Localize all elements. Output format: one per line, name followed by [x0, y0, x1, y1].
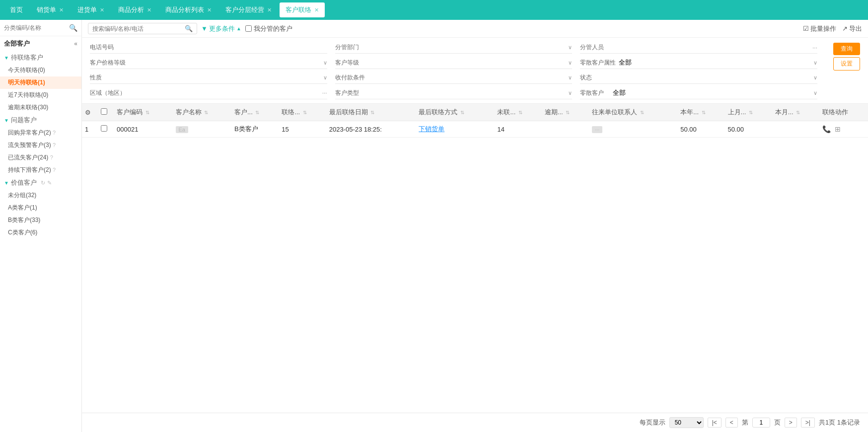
- th-this-year[interactable]: 本年... ⇅: [677, 104, 724, 121]
- sort-icon: ⇅: [370, 110, 374, 115]
- chevron-down-icon: ∨: [568, 74, 572, 81]
- customer-type-dropdown[interactable]: ∨: [368, 90, 573, 96]
- page-input[interactable]: [752, 418, 770, 428]
- sidebar-item-declining[interactable]: 持续下滑客户(2) ?: [0, 164, 81, 176]
- th-last-month[interactable]: 上月... ⇅: [725, 104, 772, 121]
- th-this-month[interactable]: 本月... ⇅: [772, 104, 819, 121]
- next-page-btn[interactable]: >: [785, 418, 797, 428]
- select-all-checkbox[interactable]: [101, 108, 107, 115]
- sidebar-item-a-class[interactable]: A类客户(1): [0, 202, 81, 214]
- sidebar-item-c-class[interactable]: C类客户(6): [0, 226, 81, 239]
- sidebar-item-churned[interactable]: 已流失客户(24) ?: [0, 151, 81, 164]
- phone-filter-input[interactable]: [123, 44, 327, 51]
- status-dropdown[interactable]: ∨: [613, 74, 817, 81]
- nav-purchase-order[interactable]: 进货单 ✕: [72, 2, 110, 17]
- chevron-down-icon: ∨: [813, 60, 817, 66]
- nav-product-analysis-list[interactable]: 商品分析列表 ✕: [159, 2, 217, 17]
- contact-method-link[interactable]: 下销货单: [419, 125, 444, 133]
- settings-icon[interactable]: ⚙: [85, 109, 91, 116]
- sidebar-item-churn-warning[interactable]: 流失预警客户(3) ?: [0, 139, 81, 151]
- filter-customer-grade: 客户等级 ∨: [335, 57, 573, 69]
- nav-home[interactable]: 首页: [4, 2, 29, 17]
- sort-icon: ⇅: [518, 110, 522, 115]
- nature-dropdown[interactable]: ∨: [123, 74, 327, 81]
- sidebar-all-customers[interactable]: 全部客户 «: [0, 36, 81, 51]
- sidebar-item-b-class[interactable]: B类客户(33): [0, 214, 81, 226]
- more-icon[interactable]: ···: [812, 44, 817, 51]
- sidebar-item-7days-pending[interactable]: 近7天待联络(0): [0, 89, 81, 101]
- th-overdue[interactable]: 逾期... ⇅: [542, 104, 589, 121]
- my-customers-checkbox-wrap[interactable]: 我分管的客户: [245, 24, 292, 33]
- th-contact-count[interactable]: 联络... ⇅: [279, 104, 326, 121]
- th-settings[interactable]: ⚙: [82, 104, 98, 121]
- batch-ops-btn[interactable]: ☑ 批量操作: [803, 24, 836, 33]
- page-label: 第: [742, 418, 748, 427]
- filter-status: 状态 ∨: [580, 72, 817, 84]
- customer-grade-dropdown[interactable]: ∨: [368, 60, 573, 66]
- search-icon[interactable]: 🔍: [185, 25, 193, 32]
- search-input-wrap: 🔍: [88, 23, 197, 34]
- sidebar-group-problem[interactable]: ▼ 问题客户: [0, 114, 81, 127]
- sort-icon: ⇅: [566, 110, 570, 115]
- filter-row-3: 性质 ∨ 收付款条件 ∨: [90, 72, 817, 84]
- sidebar-item-ungrouped[interactable]: 未分组(32): [0, 189, 81, 202]
- row-checkbox[interactable]: [101, 125, 107, 132]
- td-this-year: 50.00: [677, 121, 724, 138]
- close-icon[interactable]: ✕: [147, 7, 151, 13]
- close-icon[interactable]: ✕: [207, 7, 212, 13]
- nav-sales-order[interactable]: 销货单 ✕: [31, 2, 70, 17]
- filter-customer-type: 客户类型 ∨: [335, 87, 573, 99]
- th-contact-person[interactable]: 往来单位联系人 ⇅: [589, 104, 677, 121]
- search-input[interactable]: [92, 25, 183, 32]
- more-icon[interactable]: ···: [322, 89, 327, 96]
- nav-product-analysis[interactable]: 商品分析 ✕: [112, 2, 157, 17]
- retail-attr-dropdown[interactable]: 全部 ∨: [619, 58, 817, 67]
- th-checkbox[interactable]: [98, 104, 114, 121]
- sidebar-item-overdue-contact[interactable]: 逾期未联络(30): [0, 101, 81, 114]
- close-icon[interactable]: ✕: [314, 7, 319, 13]
- sidebar-search-input[interactable]: [4, 24, 67, 31]
- close-icon[interactable]: ✕: [59, 7, 64, 13]
- reset-button[interactable]: 设置: [833, 57, 860, 71]
- my-customers-checkbox[interactable]: [245, 25, 252, 32]
- main-layout: 🔍 全部客户 « ▼ 待联络客户 今天待联络(0) 明天待联络(1) 近7天待联…: [0, 20, 868, 432]
- prev-page-btn[interactable]: <: [725, 418, 738, 428]
- search-icon[interactable]: 🔍: [69, 24, 77, 32]
- refresh-icon[interactable]: ↻: [41, 180, 45, 186]
- th-last-contact-method[interactable]: 最后联络方式 ⇅: [416, 104, 494, 121]
- edit-icon[interactable]: ✎: [47, 180, 52, 186]
- last-page-btn[interactable]: >|: [801, 418, 815, 428]
- page-size-select[interactable]: 50 100 200: [669, 417, 704, 428]
- td-contact-person: ···: [589, 121, 677, 138]
- payment-terms-dropdown[interactable]: ∨: [368, 74, 573, 81]
- td-checkbox[interactable]: [98, 121, 114, 138]
- th-customer-category[interactable]: 客户... ⇅: [231, 104, 279, 121]
- th-customer-code[interactable]: 客户编码 ⇅: [114, 104, 173, 121]
- export-btn[interactable]: ↗ 导出: [842, 24, 862, 33]
- price-level-dropdown[interactable]: ∨: [129, 60, 327, 66]
- phone-action-icon[interactable]: 📞: [822, 125, 831, 133]
- close-icon[interactable]: ✕: [267, 7, 272, 13]
- more-conditions-btn[interactable]: ▼ 更多条件 ▲: [201, 24, 241, 33]
- table-row: 1 000021 Ea B类客户 15 2023-05-23 18:25: 下销…: [82, 121, 868, 138]
- sidebar-group-value[interactable]: ▼ 价值客户 ↻ ✎: [0, 176, 81, 189]
- nav-customer-contact[interactable]: 客户联络 ✕: [280, 2, 325, 17]
- td-this-month: [772, 121, 819, 138]
- td-last-contact-method[interactable]: 下销货单: [416, 121, 494, 138]
- triangle-icon: ▼: [4, 180, 9, 186]
- first-page-btn[interactable]: |<: [708, 418, 722, 428]
- th-customer-name[interactable]: 客户名称 ⇅: [173, 104, 232, 121]
- th-last-contact-date[interactable]: 最后联络日期 ⇅: [326, 104, 416, 121]
- query-button[interactable]: 查询: [833, 43, 860, 55]
- nav-customer-stratify[interactable]: 客户分层经营 ✕: [219, 2, 278, 17]
- sidebar-group-pending[interactable]: ▼ 待联络客户: [0, 51, 81, 64]
- table-header-row: ⚙ 客户编码 ⇅ 客户名称 ⇅ 客户... ⇅ 联络... ⇅ 最后联络日期 ⇅…: [82, 104, 868, 121]
- th-unlinked-days[interactable]: 未联... ⇅: [494, 104, 541, 121]
- retail-customer-dropdown[interactable]: 全部 ∨: [613, 88, 817, 97]
- sidebar-item-today-pending[interactable]: 今天待联络(0): [0, 64, 81, 76]
- close-icon[interactable]: ✕: [100, 7, 104, 13]
- sidebar-item-tomorrow-pending[interactable]: 明天待联络(1): [0, 76, 81, 89]
- grid-action-icon[interactable]: ⊞: [835, 125, 841, 133]
- sidebar-item-abnormal-repurchase[interactable]: 回购异常客户(2) ?: [0, 127, 81, 139]
- department-dropdown[interactable]: ∨: [368, 44, 573, 51]
